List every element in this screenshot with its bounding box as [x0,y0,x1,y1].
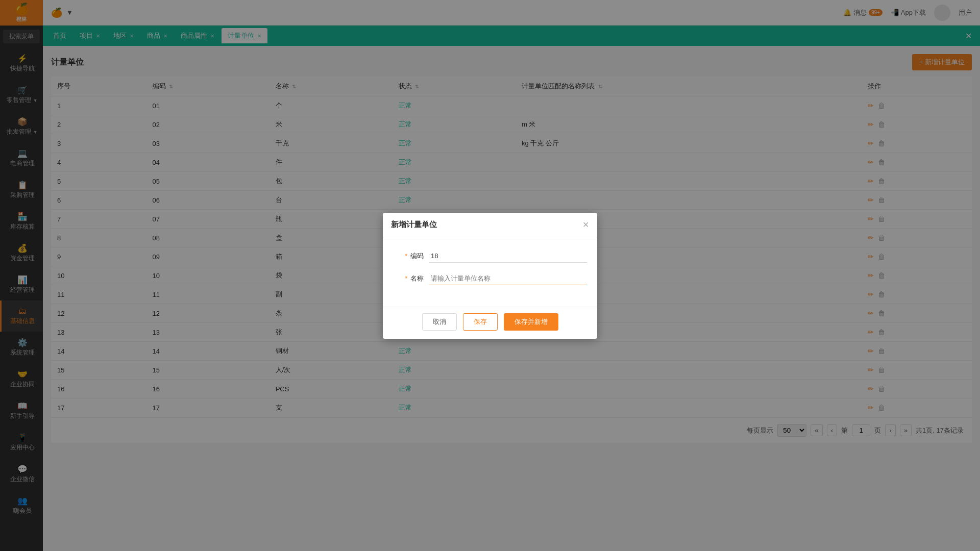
dialog-footer: 取消 保存 保存并新增 [383,307,597,339]
cancel-button[interactable]: 取消 [422,313,457,331]
dialog-close-button[interactable]: ✕ [582,220,589,230]
name-required: * [405,274,407,282]
dialog-title: 新增计量单位 [391,220,437,230]
form-row-code: * 编码 [393,249,587,263]
code-input[interactable] [429,249,587,263]
code-label: * 编码 [393,252,424,261]
name-input[interactable] [429,272,587,285]
dialog-overlay: 新增计量单位 ✕ * 编码 * 名称 取消 保存 保存并新增 [0,0,980,551]
add-unit-dialog: 新增计量单位 ✕ * 编码 * 名称 取消 保存 保存并新增 [383,213,597,339]
code-required: * [405,252,407,260]
dialog-header: 新增计量单位 ✕ [383,213,597,237]
dialog-body: * 编码 * 名称 [383,237,597,307]
form-row-name: * 名称 [393,272,587,285]
save-button[interactable]: 保存 [463,313,498,331]
name-label: * 名称 [393,274,424,283]
save-add-button[interactable]: 保存并新增 [504,313,558,331]
